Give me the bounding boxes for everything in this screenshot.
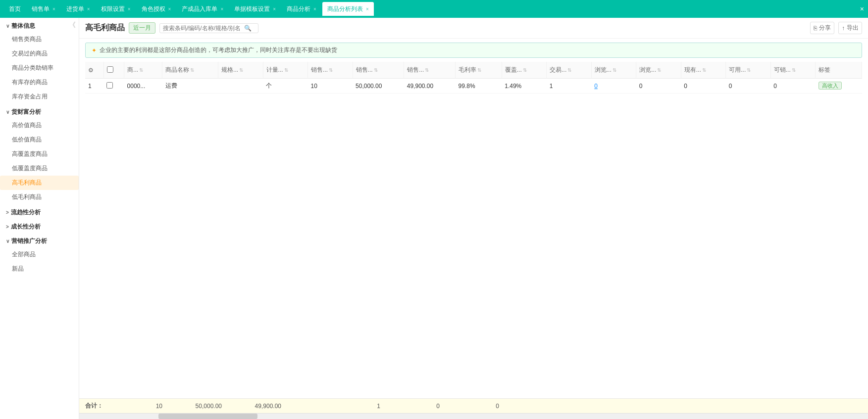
sidebar-item[interactable]: 低毛利商品 xyxy=(0,190,79,204)
table-header-cell[interactable]: 销售...⇅ xyxy=(308,62,353,79)
tip-icon: ✦ xyxy=(92,47,97,54)
sort-icon[interactable]: ⇅ xyxy=(702,67,706,73)
tab-close-icon[interactable]: × xyxy=(220,6,223,12)
sidebar-item[interactable]: 商品分类助销率 xyxy=(0,61,79,75)
table-header-cell[interactable]: 毛利率⇅ xyxy=(456,62,502,79)
sidebar-group-title[interactable]: >成长性分析 xyxy=(0,219,79,233)
sort-icon[interactable]: ⇅ xyxy=(567,67,571,73)
top-navigation: 首页销售单×进货单×权限设置×角色授权×产成品入库单×单据模板设置×商品分析×商… xyxy=(0,0,868,18)
sidebar-item[interactable]: 高价值商品 xyxy=(0,118,79,133)
sidebar-item[interactable]: 低覆盖度商品 xyxy=(0,161,79,176)
search-input[interactable] xyxy=(163,25,242,32)
sort-icon[interactable]: ⇅ xyxy=(329,67,333,73)
scrollbar-thumb[interactable] xyxy=(158,414,257,419)
table-header-cell[interactable]: 交易...⇅ xyxy=(547,62,592,79)
sort-icon[interactable]: ⇅ xyxy=(613,67,616,73)
col-label: 毛利率 xyxy=(459,66,476,73)
sidebar-group: ∨货财富分析高价值商品低价值商品高覆盖度商品低覆盖度商品高毛利商品低毛利商品 xyxy=(0,104,79,204)
table-header-cell[interactable]: 可用...⇅ xyxy=(726,62,771,79)
share-button[interactable]: ⎘ 分享 xyxy=(810,22,834,34)
sidebar-group-title[interactable]: >流趋性分析 xyxy=(0,204,79,219)
sort-icon[interactable]: ⇅ xyxy=(139,67,143,73)
sort-icon[interactable]: ⇅ xyxy=(374,67,378,73)
row-unit: 个 xyxy=(263,79,308,93)
search-icon[interactable]: 🔍 xyxy=(244,25,252,32)
table-header-cell[interactable]: 商...⇅ xyxy=(124,62,162,79)
sort-icon[interactable]: ⇅ xyxy=(284,67,288,73)
sidebar-item[interactable]: 有库存的商品 xyxy=(0,75,79,90)
nav-tab-首页[interactable]: 首页 xyxy=(4,2,26,16)
footer-sales3: 49,900.00 xyxy=(242,403,281,410)
sidebar-item[interactable]: 新品 xyxy=(0,262,79,276)
export-label: 导出 xyxy=(847,24,859,32)
row-checkbox[interactable] xyxy=(103,79,124,93)
table-footer: 合计： 10 50,000.00 49,900.00 1 0 0 xyxy=(79,398,868,413)
tab-close-icon[interactable]: × xyxy=(168,6,171,12)
table-header-cell[interactable]: 覆盖...⇅ xyxy=(502,62,547,79)
table-row[interactable]: 10000...运费个1050,000.0049,900.0099.8%1.49… xyxy=(85,79,862,93)
sort-icon[interactable]: ⇅ xyxy=(425,67,429,73)
search-box[interactable]: 🔍 xyxy=(159,23,258,33)
tab-close-icon[interactable]: × xyxy=(273,6,276,12)
nav-tab-单据模板设置[interactable]: 单据模板设置× xyxy=(229,2,281,16)
table-header-cell[interactable]: 销售...⇅ xyxy=(404,62,456,79)
sidebar-item[interactable]: 高覆盖度商品 xyxy=(0,147,79,161)
sidebar-item[interactable]: 交易过的商品 xyxy=(0,47,79,61)
tab-close-icon[interactable]: × xyxy=(366,6,369,12)
sort-icon[interactable]: ⇅ xyxy=(657,67,661,73)
nav-tab-角色授权[interactable]: 角色授权× xyxy=(137,2,176,16)
sort-icon[interactable]: ⇅ xyxy=(190,67,194,73)
sidebar-group-title[interactable]: ∨货财富分析 xyxy=(0,104,79,118)
tab-close-icon[interactable]: × xyxy=(52,6,55,12)
table-header-cell[interactable]: 浏览...⇅ xyxy=(636,62,681,79)
sidebar-item[interactable]: 低价值商品 xyxy=(0,133,79,147)
col-label: 现有... xyxy=(684,66,701,73)
nav-tab-商品分析列表[interactable]: 商品分析列表× xyxy=(322,2,374,16)
nav-tab-进货单[interactable]: 进货单× xyxy=(61,2,95,16)
sort-icon[interactable]: ⇅ xyxy=(239,67,243,73)
table-header-cell[interactable]: 商品名称⇅ xyxy=(162,62,218,79)
sidebar-item[interactable]: 销售类商品 xyxy=(0,32,79,47)
sidebar-item[interactable]: 库存资金占用 xyxy=(0,90,79,104)
tab-close-icon[interactable]: × xyxy=(87,6,90,12)
export-button[interactable]: ↑ 导出 xyxy=(838,22,862,34)
sidebar-arrow-icon: > xyxy=(6,224,9,230)
sidebar-collapse-button[interactable]: 《 xyxy=(69,21,76,30)
row-transactions: 1 xyxy=(547,79,592,93)
table-header-cell[interactable]: 现有...⇅ xyxy=(681,62,726,79)
tab-close-icon[interactable]: × xyxy=(313,6,316,12)
nav-tab-产成品入库单[interactable]: 产成品入库单× xyxy=(177,2,228,16)
table-container[interactable]: ⚙商...⇅商品名称⇅规格...⇅计量...⇅销售...⇅销售...⇅销售...… xyxy=(79,62,868,398)
filter-recent-month-button[interactable]: 近一月 xyxy=(129,22,155,34)
sidebar-group-title[interactable]: ∨整体信息 xyxy=(0,18,79,32)
sort-icon[interactable]: ⇅ xyxy=(792,67,796,73)
row-select-checkbox[interactable] xyxy=(106,82,113,89)
sidebar-item[interactable]: 全部商品 xyxy=(0,247,79,262)
sort-icon[interactable]: ⇅ xyxy=(523,67,527,73)
horizontal-scrollbar[interactable] xyxy=(79,413,868,419)
settings-icon[interactable]: ⚙ xyxy=(88,67,94,74)
col-label: 可用... xyxy=(729,66,746,73)
table-header-cell[interactable]: 浏览...⇅ xyxy=(591,62,636,79)
table-header-cell[interactable]: 可销...⇅ xyxy=(770,62,816,79)
tag-badge: 高收入 xyxy=(818,82,842,90)
tab-close-icon[interactable]: × xyxy=(128,6,131,12)
row-coverage: 1.49% xyxy=(502,79,547,93)
sidebar-group: >成长性分析 xyxy=(0,219,79,233)
content-area: 高毛利商品 近一月 🔍 ⎘ 分享 ↑ 导出 ✦ 企业的主要的利润都是这部分商品创… xyxy=(79,18,868,419)
table-header-cell[interactable]: 规格...⇅ xyxy=(218,62,263,79)
close-all-button[interactable]: × xyxy=(860,5,864,13)
nav-tab-销售单[interactable]: 销售单× xyxy=(27,2,60,16)
sort-icon[interactable]: ⇅ xyxy=(477,67,481,73)
sidebar-item[interactable]: 高毛利商品 xyxy=(0,176,79,190)
nav-tab-商品分析[interactable]: 商品分析× xyxy=(282,2,321,16)
select-all-checkbox[interactable] xyxy=(107,66,113,73)
table-header-cell[interactable]: 销售...⇅ xyxy=(353,62,404,79)
sidebar-group: ∨营销推广分析全部商品新品 xyxy=(0,233,79,276)
table-header-cell[interactable]: 计量...⇅ xyxy=(263,62,308,79)
row-browse2: 0 xyxy=(636,79,681,93)
sidebar-group-title[interactable]: ∨营销推广分析 xyxy=(0,233,79,247)
browse1-link[interactable]: 0 xyxy=(594,83,598,90)
nav-tab-权限设置[interactable]: 权限设置× xyxy=(96,2,136,16)
sort-icon[interactable]: ⇅ xyxy=(747,67,751,73)
